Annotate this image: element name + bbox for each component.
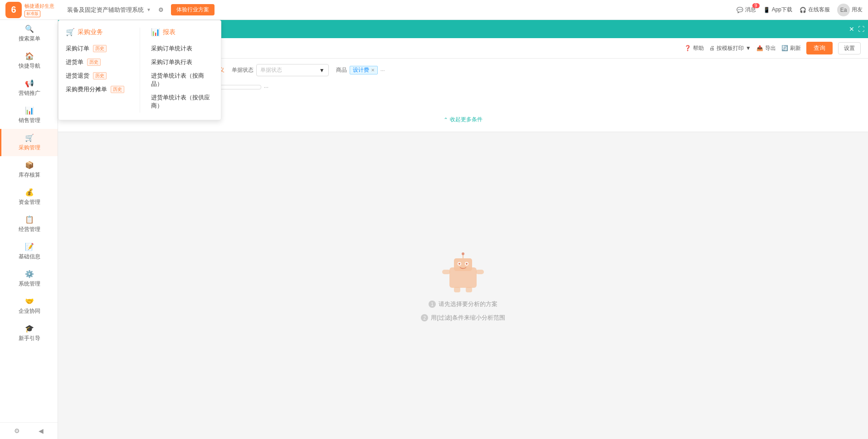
sidebar-label-search: 搜索菜单 (19, 35, 40, 43)
salesperson-more-btn[interactable]: ··· (264, 84, 268, 90)
marketing-icon: 📢 (25, 79, 34, 88)
refresh-label: 刷新 (790, 44, 801, 52)
query-btn[interactable]: 查询 (806, 42, 833, 54)
top-bar: 6 畅捷通好生意 标准版 装备及固定资产辅助管理系统 ▼ ⚙ 体验行业方案 💬 … (0, 0, 868, 20)
svg-point-5 (466, 263, 468, 265)
menu-item-purchase-order-exec[interactable]: 采购订单执行表 (151, 55, 214, 69)
sidebar-label-purchase: 采购管理 (19, 144, 40, 152)
sidebar-item-newbie[interactable]: 🎓 新手引导 (0, 320, 58, 347)
industry-btn[interactable]: 体验行业方案 (171, 4, 215, 15)
goods-more-btn[interactable]: ··· (380, 67, 385, 74)
logo-text-area: 畅捷通好生意 标准版 (24, 3, 54, 17)
capital-icon: 💰 (25, 188, 34, 197)
message-btn[interactable]: 💬 消息 9 (736, 6, 756, 14)
sidebar-item-sales[interactable]: 📊 销售管理 (0, 102, 58, 129)
purchase-order-history: 历史 (93, 45, 107, 52)
filter-goods: 商品 设计费 ✕ ··· (336, 66, 385, 74)
sidebar-item-marketing[interactable]: 📢 营销推广 (0, 74, 58, 102)
goods-tag-close[interactable]: ✕ (371, 68, 375, 73)
purchase-title-text: 采购业务 (78, 28, 103, 36)
system-settings-btn[interactable]: ⚙ (155, 4, 167, 16)
purchase-expense-label: 采购费用分摊单 (66, 85, 107, 94)
menu-item-purchase-order-stats[interactable]: 采购订单统计表 (151, 42, 214, 55)
sidebar-label-quick-nav: 快捷导航 (19, 62, 40, 70)
sidebar-settings-btn[interactable]: ⚙ (14, 427, 20, 434)
goods-in-stats-supplier-label: 进货单统计表（按供应商） (151, 94, 214, 110)
report-title-icon: 📊 (151, 28, 160, 36)
tab-bar-right: ✕ ⛶ (849, 25, 868, 33)
export-btn[interactable]: 📤 导出 (756, 44, 776, 52)
logo-icon: 6 (5, 2, 22, 18)
title-dropdown-arrow[interactable]: ▼ (146, 7, 151, 12)
message-badge: 9 (752, 3, 760, 8)
purchase-icon: 🛒 (25, 133, 34, 142)
sidebar: 🔍 搜索菜单 🏠 快捷导航 📢 营销推广 📊 销售管理 🛒 采购管理 📦 (0, 20, 58, 439)
app-container: 6 畅捷通好生意 标准版 装备及固定资产辅助管理系统 ▼ ⚙ 体验行业方案 💬 … (0, 0, 868, 439)
sidebar-item-capital[interactable]: 💰 资金管理 (0, 183, 58, 211)
app-download-btn[interactable]: 📱 App下载 (763, 6, 792, 14)
doc-status-select[interactable]: 单据状态 ▼ (256, 64, 329, 76)
tab-close-window-btn[interactable]: ✕ (849, 25, 854, 33)
system-title: 装备及固定资产辅助管理系统 ▼ (67, 6, 151, 14)
sidebar-item-basic-info[interactable]: 📝 基础信息 (0, 238, 58, 265)
goods-return-label: 进货退货 (66, 72, 89, 80)
doc-status-placeholder: 单据状态 (260, 66, 282, 74)
message-icon: 💬 (736, 7, 743, 13)
user-label: 用友 (852, 6, 863, 14)
top-bar-right: 💬 消息 9 📱 App下载 🎧 在线客服 Ea 用友 (736, 4, 863, 16)
settings-btn-toolbar[interactable]: 设置 (838, 42, 861, 54)
sidebar-item-quick-nav[interactable]: 🏠 快捷导航 (0, 47, 58, 74)
menu-item-goods-in-stats-goods[interactable]: 进货单统计表（按商品） (151, 69, 214, 91)
app-download-label: App下载 (772, 6, 792, 14)
sidebar-label-basic-info: 基础信息 (19, 253, 40, 261)
empty-illustration (436, 249, 490, 295)
refresh-btn[interactable]: 🔄 刷新 (781, 44, 801, 52)
report-title-text: 报表 (163, 28, 176, 36)
print-dropdown-icon[interactable]: ▼ (746, 45, 751, 51)
logo-line1: 畅捷通好生意 (24, 3, 54, 10)
newbie-icon: 🎓 (25, 324, 34, 333)
sidebar-item-system[interactable]: ⚙️ 系统管理 (0, 265, 58, 292)
phone-icon: 📱 (763, 7, 770, 13)
svg-rect-8 (442, 270, 450, 274)
purchase-business-title: 🛒 采购业务 (66, 28, 129, 36)
logo-badge: 标准版 (24, 10, 40, 17)
sidebar-item-enterprise[interactable]: 🤝 企业协同 (0, 292, 58, 320)
menu-item-purchase-order[interactable]: 采购订单 历史 (66, 42, 129, 55)
collapse-label: 收起更多条件 (450, 116, 483, 123)
doc-status-label: 单据状态 (232, 66, 254, 74)
help-btn[interactable]: ❓ 帮助 (684, 44, 704, 52)
print-btn[interactable]: 🖨 按模板打印 ▼ (709, 44, 751, 52)
purchase-order-stats-label: 采购订单统计表 (151, 44, 192, 53)
sidebar-item-search[interactable]: 🔍 搜索菜单 (0, 20, 58, 47)
sidebar-collapse-btn[interactable]: ◀ (39, 427, 44, 434)
sidebar-item-purchase[interactable]: 🛒 采购管理 (0, 129, 58, 156)
home-icon: 🏠 (25, 52, 34, 60)
goods-in-history: 历史 (87, 59, 101, 66)
menu-item-goods-return[interactable]: 进货退货 历史 (66, 69, 129, 83)
menu-item-goods-in[interactable]: 进货单 历史 (66, 55, 129, 69)
goods-in-label: 进货单 (66, 58, 83, 66)
online-service-btn[interactable]: 🎧 在线客服 (800, 6, 830, 14)
sales-icon: 📊 (25, 106, 34, 115)
empty-hint1: 1 请先选择要分析的方案 (429, 300, 497, 308)
purchase-expense-history: 历史 (111, 86, 124, 93)
menu-item-goods-in-stats-supplier[interactable]: 进货单统计表（按供应商） (151, 91, 214, 113)
sidebar-item-inventory[interactable]: 📦 库存核算 (0, 156, 58, 183)
system-title-text: 装备及固定资产辅助管理系统 (67, 6, 144, 14)
purchase-order-label: 采购订单 (66, 44, 89, 53)
sidebar-label-capital: 资金管理 (19, 198, 40, 206)
sidebar-label-operation: 经营管理 (19, 226, 40, 233)
filter-doc-status: 单据状态 单据状态 ▼ (232, 64, 329, 76)
svg-rect-10 (454, 287, 460, 292)
menu-divider (140, 28, 140, 113)
enterprise-icon: 🤝 (25, 297, 34, 306)
print-label: 按模板打印 (717, 44, 744, 52)
tab-maximize-btn[interactable]: ⛶ (858, 25, 864, 33)
sidebar-item-operation[interactable]: 📋 经营管理 (0, 211, 58, 238)
user-btn[interactable]: Ea 用友 (837, 4, 863, 16)
logo-area: 6 畅捷通好生意 标准版 (5, 2, 63, 18)
export-label: 导出 (765, 44, 776, 52)
menu-item-purchase-expense[interactable]: 采购费用分摊单 历史 (66, 83, 129, 96)
svg-rect-11 (466, 287, 472, 292)
